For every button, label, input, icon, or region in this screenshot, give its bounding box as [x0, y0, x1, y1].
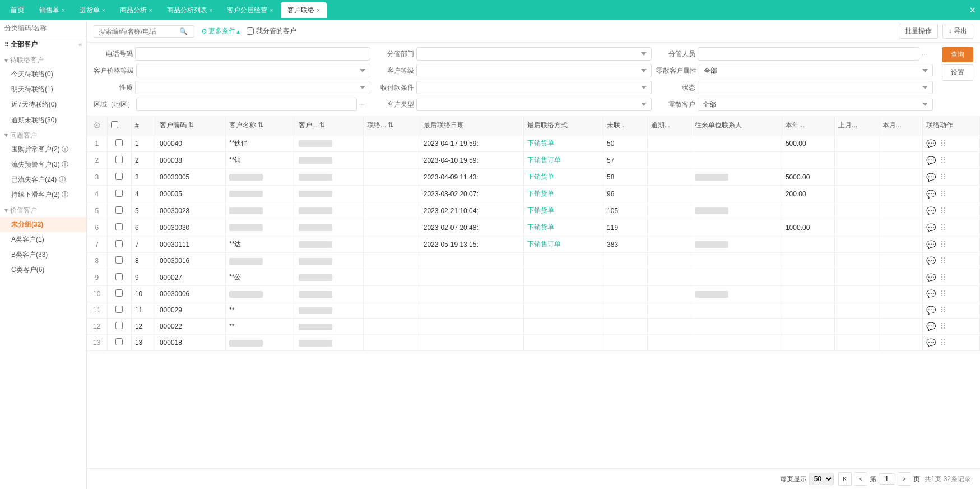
sidebar-item[interactable]: 囤购异常客户(2) ⓘ	[0, 142, 86, 157]
grid-action-icon[interactable]: ⠿	[940, 338, 946, 347]
row-checkbox[interactable]	[107, 186, 131, 202]
cust-grade-select[interactable]	[416, 64, 652, 77]
nav-tab-客户联络[interactable]: 客户联络×	[281, 2, 327, 18]
sidebar-group-title[interactable]: ▾ 价值客户	[0, 203, 86, 217]
grid-action-icon[interactable]: ⠿	[940, 223, 946, 232]
message-action-icon[interactable]: 💬	[926, 306, 936, 315]
batch-ops-button[interactable]: 批量操作	[899, 24, 938, 39]
cust-type-select[interactable]	[416, 98, 652, 111]
nav-tab-进货单[interactable]: 进货单×	[73, 2, 112, 18]
tab-close-icon[interactable]: ×	[210, 7, 213, 13]
nav-tab-客户分层经营[interactable]: 客户分层经营×	[220, 2, 280, 18]
nav-tab-销售单[interactable]: 销售单×	[32, 2, 72, 18]
sidebar-all-customers[interactable]: ⠿ 全部客户 «	[0, 36, 86, 53]
first-page-button[interactable]: K	[838, 472, 852, 486]
export-button[interactable]: ↓ 导出	[942, 24, 973, 39]
filter-more-conditions[interactable]: ⚙ 更多条件 ▴	[201, 26, 240, 36]
row-checkbox[interactable]	[107, 236, 131, 253]
tab-close-icon[interactable]: ×	[102, 7, 105, 13]
my-customers-filter[interactable]: 我分管的客户	[247, 26, 296, 36]
row-checkbox[interactable]	[107, 202, 131, 219]
sidebar-item[interactable]: 未分组(32)	[0, 217, 86, 232]
message-action-icon[interactable]: 💬	[926, 156, 936, 165]
row-checkbox[interactable]	[107, 253, 131, 269]
message-action-icon[interactable]: 💬	[926, 273, 936, 282]
next-page-button[interactable]: >	[898, 472, 911, 486]
grid-action-icon[interactable]: ⠿	[940, 273, 946, 282]
sidebar-search-input[interactable]	[4, 24, 87, 32]
grid-action-icon[interactable]: ⠿	[940, 256, 946, 265]
filter-search-input[interactable]	[99, 27, 177, 35]
message-action-icon[interactable]: 💬	[926, 173, 936, 182]
sidebar-item[interactable]: 明天待联络(1)	[0, 82, 86, 97]
nature-select[interactable]	[135, 81, 370, 94]
message-action-icon[interactable]: 💬	[926, 256, 936, 265]
region-input[interactable]	[136, 98, 357, 111]
row-checkbox[interactable]	[107, 286, 131, 302]
row-checkbox[interactable]	[107, 169, 131, 186]
partner-contact-col-header[interactable]: 往来单位联系人	[691, 116, 782, 135]
row-checkbox[interactable]	[107, 269, 131, 286]
message-action-icon[interactable]: 💬	[926, 206, 936, 215]
sidebar-item[interactable]: A类客户(1)	[0, 232, 86, 247]
status-select[interactable]	[698, 81, 933, 94]
grid-action-icon[interactable]: ⠿	[940, 240, 946, 249]
grid-action-icon[interactable]: ⠿	[940, 190, 946, 199]
message-action-icon[interactable]: 💬	[926, 338, 936, 347]
row-checkbox[interactable]	[107, 219, 131, 236]
payment-select[interactable]	[416, 81, 652, 94]
sparse-cust-select[interactable]: 全部	[698, 98, 933, 111]
sidebar-collapse-icon[interactable]: «	[78, 41, 82, 48]
last-date-col-header[interactable]: 最后联络日期	[420, 116, 523, 135]
grid-action-icon[interactable]: ⠿	[940, 156, 946, 165]
this-month-col-header[interactable]: 本月...	[879, 116, 922, 135]
price-grade-select[interactable]	[136, 64, 370, 77]
grid-action-icon[interactable]: ⠿	[940, 322, 946, 331]
message-action-icon[interactable]: 💬	[926, 289, 936, 298]
row-checkbox[interactable]	[107, 152, 131, 169]
prev-page-button[interactable]: <	[854, 472, 867, 486]
message-action-icon[interactable]: 💬	[926, 190, 936, 199]
tab-close-icon[interactable]: ×	[270, 7, 273, 13]
message-action-icon[interactable]: 💬	[926, 322, 936, 331]
sidebar-item[interactable]: 逾期未联络(30)	[0, 113, 86, 128]
overdue-col-header[interactable]: 逾期...	[647, 116, 691, 135]
row-checkbox[interactable]	[107, 302, 131, 319]
unlink-col-header[interactable]: 未联...	[603, 116, 647, 135]
manager-input[interactable]	[698, 47, 919, 61]
sidebar-group-title[interactable]: ▾ 待联络客户	[0, 53, 86, 67]
tab-close-icon[interactable]: ×	[149, 7, 152, 13]
grid-action-icon[interactable]: ⠿	[940, 139, 946, 148]
sidebar-item[interactable]: 流失预警客户(3) ⓘ	[0, 157, 86, 172]
message-action-icon[interactable]: 💬	[926, 240, 936, 249]
grid-action-icon[interactable]: ⠿	[940, 289, 946, 298]
tab-close-icon[interactable]: ×	[62, 7, 65, 13]
contact-col-header[interactable]: 联络... ⇅	[363, 116, 420, 135]
sidebar-item[interactable]: 今天待联络(0)	[0, 67, 86, 82]
tab-close-icon[interactable]: ×	[317, 7, 320, 13]
sidebar-item[interactable]: 已流失客户(24) ⓘ	[0, 172, 86, 187]
cat-col-header[interactable]: 客户... ⇅	[295, 116, 364, 135]
dept-select[interactable]	[416, 47, 652, 61]
last-way-col-header[interactable]: 最后联络方式	[524, 116, 603, 135]
message-action-icon[interactable]: 💬	[926, 139, 936, 148]
page-input[interactable]	[879, 473, 895, 485]
grid-action-icon[interactable]: ⠿	[940, 206, 946, 215]
last-month-col-header[interactable]: 上月...	[835, 116, 879, 135]
name-col-header[interactable]: 客户名称 ⇅	[226, 116, 295, 135]
sidebar-item[interactable]: 近7天待联络(0)	[0, 97, 86, 112]
my-customers-checkbox[interactable]	[247, 27, 254, 35]
message-action-icon[interactable]: 💬	[926, 223, 936, 232]
row-checkbox[interactable]	[107, 319, 131, 335]
nav-tab-商品分析列表[interactable]: 商品分析列表×	[160, 2, 220, 18]
row-checkbox[interactable]	[107, 135, 131, 152]
sparse-attr-select[interactable]: 全部	[699, 64, 933, 77]
year-amount-col-header[interactable]: 本年...	[782, 116, 834, 135]
nav-home[interactable]: 首页	[4, 5, 30, 15]
nav-tab-商品分析[interactable]: 商品分析×	[113, 2, 159, 18]
sidebar-group-title[interactable]: ▾ 问题客户	[0, 128, 86, 142]
sidebar-item[interactable]: B类客户(33)	[0, 247, 86, 262]
sidebar-item[interactable]: C类客户(6)	[0, 262, 86, 278]
query-button[interactable]: 查询	[942, 47, 973, 62]
sidebar-item[interactable]: 持续下滑客户(2) ⓘ	[0, 187, 86, 202]
